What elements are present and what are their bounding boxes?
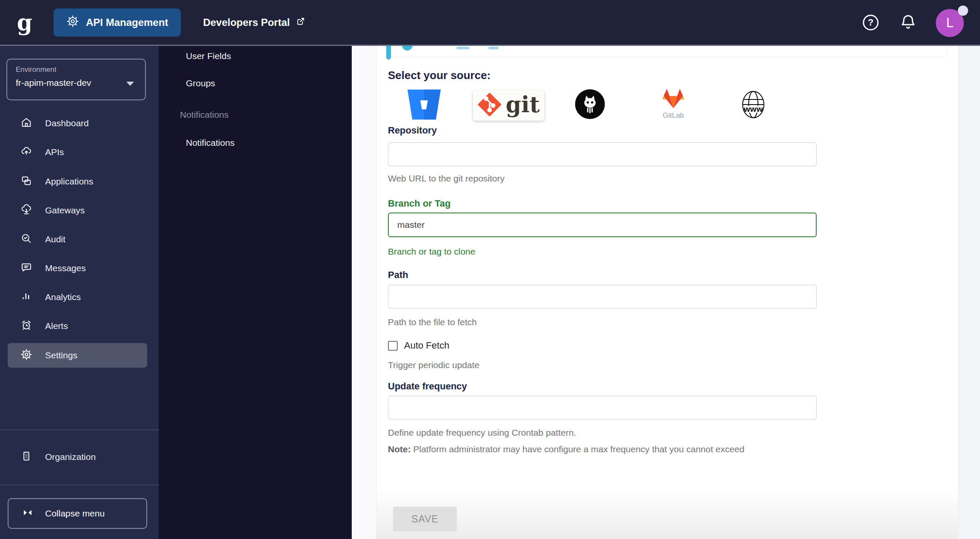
path-label: Path xyxy=(388,270,408,281)
sidebar-item-organization[interactable]: Organization xyxy=(8,445,147,469)
alarm-icon xyxy=(20,319,32,333)
branch-hint: Branch or tag to clone xyxy=(388,247,475,257)
source-bitbucket[interactable] xyxy=(407,89,446,122)
help-button[interactable]: ? xyxy=(861,13,880,32)
auto-fetch-label: Auto Fetch xyxy=(404,340,449,351)
gear-icon xyxy=(20,349,32,363)
git-wordmark: git xyxy=(506,94,540,116)
sidebar-item-settings[interactable]: Settings xyxy=(8,343,147,368)
sidebar-divider xyxy=(0,429,159,430)
submenu-item-user-fields[interactable]: User Fields xyxy=(159,47,352,65)
bitbucket-icon xyxy=(407,114,441,121)
sidebar-item-label: Dashboard xyxy=(45,118,89,128)
form-footer xyxy=(376,489,958,539)
sidebar-item-label: Audit xyxy=(45,234,66,244)
sidebar-divider xyxy=(0,485,159,485)
auto-fetch-hint: Trigger periodic update xyxy=(388,360,479,370)
sidebar-item-alerts[interactable]: Alerts xyxy=(8,314,147,338)
sidebar-item-label: APIs xyxy=(45,147,64,157)
gear-icon xyxy=(66,15,79,30)
cloud-upload-icon xyxy=(20,145,32,159)
home-icon xyxy=(20,116,32,130)
page-title: Select your source: xyxy=(388,69,490,82)
sidebar-item-label: Gateways xyxy=(45,205,85,216)
sidebar-item-gateways[interactable]: Gateways xyxy=(8,198,147,223)
banner-text-remnant xyxy=(456,47,469,49)
api-management-label: API Management xyxy=(86,17,168,28)
gitlab-icon xyxy=(661,103,686,110)
sidebar-item-messages[interactable]: Messages xyxy=(8,256,147,281)
gitlab-wordmark: GitLab xyxy=(656,111,690,120)
www-wordmark: www xyxy=(744,105,763,113)
settings-submenu: User Fields Groups Notifications Notific… xyxy=(159,46,352,539)
developers-portal-label: Developers Portal xyxy=(203,17,290,28)
branch-label: Branch or Tag xyxy=(388,198,451,209)
path-input[interactable] xyxy=(388,285,817,309)
source-git-selected[interactable]: git xyxy=(473,90,544,121)
submenu-item-label: User Fields xyxy=(186,51,231,61)
chat-icon xyxy=(20,261,32,275)
topbar-actions: ? L xyxy=(861,7,966,38)
source-github[interactable] xyxy=(575,89,605,119)
organization-icon xyxy=(20,450,32,464)
api-management-button[interactable]: API Management xyxy=(54,9,181,37)
update-frequency-input[interactable] xyxy=(388,396,817,420)
chevron-down-icon xyxy=(126,82,134,86)
sidebar-item-analytics[interactable]: Analytics xyxy=(8,285,147,309)
submenu-item-groups[interactable]: Groups xyxy=(159,74,352,93)
repository-label: Repository xyxy=(388,125,437,136)
sidebar-item-label: Settings xyxy=(45,350,77,360)
source-gitlab[interactable]: GitLab xyxy=(656,88,690,121)
git-icon xyxy=(478,93,501,118)
github-icon xyxy=(575,113,605,121)
user-avatar[interactable]: L xyxy=(936,7,966,38)
collapse-menu-label: Collapse menu xyxy=(45,508,105,519)
submenu-section-label: Notifications xyxy=(180,110,228,120)
update-frequency-label: Update frequency xyxy=(388,381,467,392)
applications-icon xyxy=(20,175,32,189)
repository-input[interactable] xyxy=(388,142,817,166)
scrollbar-track[interactable] xyxy=(958,46,980,539)
collapse-icon xyxy=(22,508,33,519)
submenu-item-label: Notifications xyxy=(186,138,234,148)
search-check-icon xyxy=(20,233,32,247)
environment-value: fr-apim-master-dev xyxy=(16,78,137,88)
globe-www-icon: www xyxy=(738,113,768,121)
sidebar-item-applications[interactable]: Applications xyxy=(8,169,147,194)
cloud-download-icon xyxy=(20,204,32,218)
bar-chart-icon xyxy=(20,290,32,304)
banner-text-remnant xyxy=(488,47,499,49)
question-mark-glyph: ? xyxy=(868,17,873,28)
environment-select[interactable]: Environment fr-apim-master-dev xyxy=(6,59,146,100)
avatar-status-badge xyxy=(958,6,968,16)
sidebar-item-label: Messages xyxy=(45,263,86,273)
gravitee-logo: g xyxy=(13,11,37,34)
auto-fetch-row: Auto Fetch xyxy=(388,340,449,351)
sidebar-item-label: Applications xyxy=(45,176,93,187)
branch-input[interactable] xyxy=(388,213,817,237)
save-button[interactable]: SAVE xyxy=(393,507,457,531)
notifications-bell-button[interactable] xyxy=(898,13,918,32)
sidebar-item-dashboard[interactable]: Dashboard xyxy=(8,111,147,136)
path-hint: Path to the file to fetch xyxy=(388,317,477,327)
sidebar-item-label: Analytics xyxy=(45,292,81,302)
external-link-icon xyxy=(296,16,306,29)
sidebar-item-label: Alerts xyxy=(45,321,68,331)
sidebar-item-label: Organization xyxy=(45,452,96,462)
submenu-section-notifications: Notifications xyxy=(159,106,352,123)
source-www[interactable]: www xyxy=(738,90,768,119)
collapse-menu-button[interactable]: Collapse menu xyxy=(8,498,147,529)
update-frequency-note: Note: Platform administrator may have co… xyxy=(388,442,817,457)
sidebar-item-audit[interactable]: Audit xyxy=(8,227,147,252)
developers-portal-link[interactable]: Developers Portal xyxy=(203,16,306,29)
sidebar-item-apis[interactable]: APIs xyxy=(8,140,147,165)
auto-fetch-checkbox[interactable] xyxy=(388,341,398,351)
note-text: Platform administrator may have configur… xyxy=(411,444,744,454)
main-sidebar: Environment fr-apim-master-dev Dashboard… xyxy=(0,46,159,539)
topbar: g API Management Developers Portal xyxy=(0,0,980,46)
note-prefix: Note: xyxy=(388,444,411,454)
environment-label: Environment xyxy=(16,65,137,74)
submenu-item-label: Groups xyxy=(186,78,215,88)
submenu-item-notifications[interactable]: Notifications xyxy=(159,133,352,152)
update-frequency-hint: Define update frequency using Crontab pa… xyxy=(388,428,576,438)
